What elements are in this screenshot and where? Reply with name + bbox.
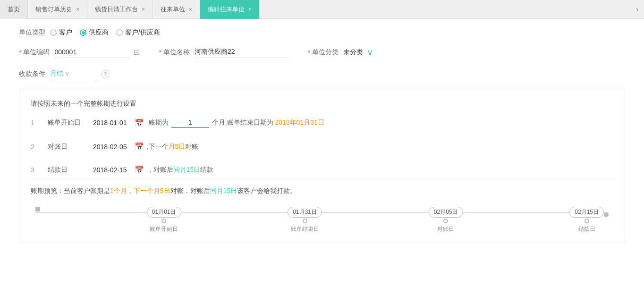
payment-label: 收款条件 [19, 70, 45, 78]
close-icon[interactable]: × [189, 6, 192, 13]
radio-supplier[interactable]: 供应商 [80, 28, 109, 37]
copy-icon[interactable]: ⊟ [134, 48, 140, 57]
timeline-dot-3 [443, 219, 448, 223]
unit-type-row: 单位类型 客户 供应商 客户/供应商 [19, 28, 625, 37]
tab-partners[interactable]: 往来单位 × [153, 0, 200, 19]
preview-part1: 1个月， [110, 187, 134, 194]
unit-classify-group: * 单位分类 未分类 ∨ [308, 47, 373, 58]
preview-part5: 该客户会给我打款。 [237, 187, 297, 194]
step-num-3: 3 [31, 166, 40, 174]
step-desc-suffix-3: 结款 [200, 166, 213, 173]
unit-name-input[interactable] [195, 46, 289, 58]
radio-supplier-label: 供应商 [89, 28, 109, 37]
tab-home-label: 首页 [8, 5, 20, 14]
radio-both-circle [116, 29, 123, 36]
unit-code-input[interactable] [54, 46, 130, 58]
timeline-sublabel-4: 结款日 [578, 225, 595, 233]
preview-part3: 对账，对账后 [170, 187, 210, 194]
tab-home[interactable]: 首页 [0, 0, 28, 19]
close-icon[interactable]: × [142, 6, 145, 13]
step-desc-suffix-2: 对账 [185, 143, 198, 150]
radio-supplier-circle [80, 29, 86, 36]
timeline-dot-1 [161, 219, 166, 223]
timeline-line [35, 212, 609, 213]
step-suffix-1: 个月,账单结束日期为 2018年01月31日 [212, 118, 324, 127]
step-label-3: 结款日 [48, 166, 85, 174]
radio-customer-circle [50, 29, 57, 36]
chevron-down-icon: ∨ [65, 70, 69, 77]
period-input[interactable] [171, 118, 209, 128]
timeline-badge-2: 01月31日 [288, 207, 322, 218]
timeline-point-2: 01月01日 账单开始日 [147, 207, 181, 233]
step-row-3: 3 结款日 2018-02-15 📅 ，对账后同月15日结款 [31, 165, 613, 174]
tab-cash-work-label: 钱货日清工作台 [95, 5, 138, 14]
step-label-2: 对账日 [48, 143, 85, 151]
preview-text: 账期预览：当前客户账期是1个月，下一个月5日对账，对账后同月15日该客户会给我打… [31, 187, 613, 195]
payment-value: 月结 [50, 69, 63, 78]
timeline-point-4: 02月05日 对账日 [429, 207, 463, 233]
step-row-2: 2 对账日 2018-02-05 📅 ,下一个月5日对账 [31, 142, 613, 151]
calendar-icon-2[interactable]: 📅 [135, 142, 144, 151]
calendar-icon-1[interactable]: 📅 [135, 118, 144, 127]
close-icon[interactable]: × [76, 6, 79, 13]
timeline-badge-1: 01月01日 [147, 207, 181, 218]
step-desc-highlight-3: 同月15日 [173, 166, 201, 173]
close-icon[interactable]: × [248, 6, 252, 13]
timeline-badge-3: 02月05日 [429, 207, 463, 218]
tab-sales-history[interactable]: 销售订单历史 × [28, 0, 87, 19]
tab-sales-history-label: 销售订单历史 [35, 5, 72, 14]
step-desc-prefix-2: ,下一个 [147, 143, 169, 150]
unit-code-group: * 单位编码 ⊟ [19, 46, 140, 58]
timeline-dot-2 [303, 219, 307, 223]
settings-panel: 请按照未来的一个完整帐期进行设置 1 账单开始日 2018-01-01 📅 账期… [19, 90, 625, 243]
step-desc-3: ，对账后同月15日结款 [147, 166, 214, 174]
timeline-point-3: 01月31日 账单结束日 [288, 207, 322, 233]
step-date-1: 2018-01-01 [93, 119, 127, 127]
tab-edit-partner[interactable]: 编辑往来单位 × [200, 0, 260, 19]
step-suffix-text-1: 个月,账单结束日期为 [212, 118, 273, 126]
radio-customer[interactable]: 客户 [50, 28, 72, 37]
timeline-dot-4 [585, 219, 589, 223]
unit-classify-label: 单位分类 [312, 48, 339, 57]
step-num-2: 2 [31, 143, 40, 151]
step-highlight-1: 2018年01月31日 [275, 118, 324, 126]
radio-customer-label: 客户 [59, 28, 72, 37]
timeline-sublabel-2: 账单结束日 [291, 225, 319, 233]
unit-name-group: * 单位名称 [159, 46, 288, 58]
payment-select[interactable]: 月结 ∨ [50, 68, 97, 80]
timeline-sublabel-3: 对账日 [437, 225, 454, 233]
timeline-dot-end [604, 212, 609, 217]
timeline-point-5: 02月15日 结款日 [569, 207, 604, 233]
tab-bar: 首页 销售订单历史 × 钱货日清工作台 × 往来单位 × 编辑往来单位 × › [0, 0, 644, 19]
unit-code-star: * [19, 49, 21, 56]
panel-title: 请按照未来的一个完整帐期进行设置 [31, 100, 613, 108]
radio-both[interactable]: 客户/供应商 [116, 28, 160, 37]
payment-row: 收款条件 月结 ∨ ? [19, 68, 625, 80]
calendar-icon-3[interactable]: 📅 [135, 165, 144, 174]
unit-classify-select[interactable]: 未分类 ∨ [343, 47, 373, 58]
step-date-3: 2018-02-15 [93, 166, 127, 174]
step-desc-2: ,下一个月5日对账 [147, 143, 199, 151]
tab-partners-label: 往来单位 [161, 5, 185, 14]
unit-type-group: 单位类型 客户 供应商 客户/供应商 [19, 28, 160, 37]
timeline-dot-start [35, 207, 40, 211]
chevron-down-icon: ∨ [367, 47, 373, 58]
unit-code-label: 单位编码 [23, 48, 50, 57]
tab-edit-partner-label: 编辑往来单位 [208, 5, 245, 14]
help-icon[interactable]: ? [101, 70, 110, 78]
payment-group: 收款条件 月结 ∨ ? [19, 68, 110, 80]
tab-cash-work[interactable]: 钱货日清工作台 × [87, 0, 153, 19]
step-desc-highlight-2: 月5日 [169, 143, 186, 150]
tab-more-button[interactable]: › [630, 5, 644, 14]
unit-name-label: 单位名称 [163, 48, 190, 57]
unit-type-radio-group: 客户 供应商 客户/供应商 [50, 28, 160, 37]
unit-type-label: 单位类型 [19, 28, 45, 37]
preview-label: 账期预览：当前客户账期是 [31, 187, 110, 194]
radio-both-label: 客户/供应商 [125, 28, 160, 37]
preview-part2: 下一个月5日 [134, 187, 170, 194]
timeline-end-dot [604, 207, 609, 217]
preview-section: 账期预览：当前客户账期是1个月，下一个月5日对账，对账后同月15日该客户会给我打… [31, 179, 613, 233]
main-content: 单位类型 客户 供应商 客户/供应商 * 单位编码 [0, 19, 644, 287]
step-midtext-1: 账期为 [149, 118, 169, 126]
step-num-1: 1 [31, 119, 40, 127]
